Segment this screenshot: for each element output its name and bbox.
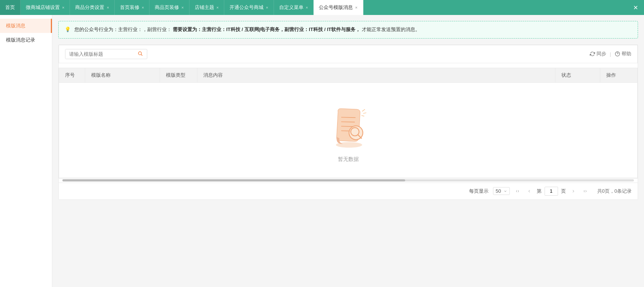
scroll-bar-thumb[interactable] <box>62 179 405 181</box>
notice-banner: 💡 您的公众号行业为：主营行业：，副营行业： 需要设置为：主营行业：IT科技 /… <box>58 21 638 39</box>
per-page-value: 50 <box>496 188 501 194</box>
tab-micro-store[interactable]: 微商城店铺设置 × <box>21 0 70 15</box>
toolbar-right: 同步 | 帮助 <box>590 51 631 57</box>
help-icon <box>615 51 620 57</box>
content-area: 💡 您的公众号行业为：主营行业：，副营行业： 需要设置为：主营行业：IT科技 /… <box>52 15 644 287</box>
tab-template-msg[interactable]: 公众号模版消息 × <box>314 0 363 15</box>
svg-line-11 <box>362 109 364 112</box>
svg-line-12 <box>363 113 366 113</box>
refresh-icon <box>590 51 595 57</box>
search-row: 同步 | 帮助 <box>59 45 638 63</box>
svg-line-5 <box>341 122 354 122</box>
global-close-button[interactable]: ✕ <box>627 4 644 11</box>
total-info: 共0页，0条记录 <box>597 188 632 195</box>
close-tab-home-decor[interactable]: × <box>142 5 144 10</box>
sidebar: 模版消息 模版消息记录 <box>0 15 52 287</box>
data-table: 序号 模版名称 模版类型 消息内容 状态 <box>59 68 638 178</box>
toolbar-divider: | <box>610 51 611 57</box>
main-layout: 模版消息 模版消息记录 💡 您的公众号行业为：主营行业：，副营行业： 需要设置为… <box>0 15 644 287</box>
page-label: 第 <box>537 188 542 195</box>
tab-home[interactable]: 首页 <box>0 0 21 15</box>
close-tab-custom-menu[interactable]: × <box>306 5 308 10</box>
close-tab-product-decor[interactable]: × <box>181 5 184 10</box>
next-page-icon <box>571 189 576 193</box>
close-tab-store-theme[interactable]: × <box>216 5 219 10</box>
col-content: 消息内容 <box>197 68 555 82</box>
notice-icon: 💡 <box>65 27 71 32</box>
notice-text-highlight: 需要设置为：主营行业：IT科技 / 互联网|电子商务，副营行业：IT科技 / I… <box>173 27 360 32</box>
last-page-icon <box>583 189 588 193</box>
prev-page-button[interactable] <box>525 187 534 196</box>
close-tab-micro-store[interactable]: × <box>62 5 64 10</box>
tab-home-decor[interactable]: 首页装修 × <box>115 0 150 15</box>
scroll-bar-row <box>59 178 638 183</box>
sync-button[interactable]: 同步 <box>590 51 606 57</box>
chevron-down-icon <box>503 189 507 193</box>
search-input-wrap <box>65 49 147 59</box>
sync-label: 同步 <box>597 51 606 57</box>
svg-line-13 <box>361 115 364 116</box>
per-page-label: 每页显示 <box>469 188 489 195</box>
empty-state: 暂无数据 <box>59 83 637 178</box>
tab-product-category[interactable]: 商品分类设置 × <box>70 0 114 15</box>
per-page-select[interactable]: 50 <box>493 187 509 195</box>
empty-illustration <box>326 105 371 150</box>
svg-point-0 <box>138 52 141 55</box>
close-tab-template-msg[interactable]: × <box>355 5 357 10</box>
col-status: 状态 <box>555 68 600 82</box>
prev-page-icon <box>527 189 531 193</box>
first-page-button[interactable] <box>513 187 522 196</box>
close-tab-open-store[interactable]: × <box>266 5 268 10</box>
search-button[interactable] <box>135 51 146 57</box>
page-suffix: 页 <box>561 188 566 195</box>
svg-line-6 <box>341 126 353 126</box>
top-nav: 首页 微商城店铺设置 × 商品分类设置 × 首页装修 × 商品页装修 × 店铺主… <box>0 0 644 15</box>
search-input[interactable] <box>65 49 135 59</box>
help-label: 帮助 <box>622 51 631 57</box>
col-type: 模版类型 <box>160 68 197 82</box>
tab-open-store[interactable]: 开通公众号商城 × <box>224 0 274 15</box>
next-page-button[interactable] <box>569 187 578 196</box>
notice-text-after: 才能正常发送预置的消息。 <box>362 27 420 32</box>
tab-custom-menu[interactable]: 自定义菜单 × <box>274 0 314 15</box>
pagination-row: 每页显示 50 第 <box>59 183 638 199</box>
empty-text: 暂无数据 <box>338 156 359 163</box>
close-tab-product-category[interactable]: × <box>107 5 109 10</box>
help-button[interactable]: 帮助 <box>615 51 631 57</box>
page-input[interactable] <box>545 187 558 196</box>
svg-line-1 <box>141 54 142 55</box>
notice-text-before: 您的公众号行业为：主营行业：，副营行业： <box>74 27 172 32</box>
col-name: 模版名称 <box>85 68 160 82</box>
search-icon <box>138 51 143 56</box>
sidebar-item-template-msg[interactable]: 模版消息 <box>0 19 52 33</box>
scroll-bar-track[interactable] <box>62 179 634 181</box>
svg-line-4 <box>341 117 355 117</box>
first-page-icon <box>515 189 520 193</box>
tab-product-decor[interactable]: 商品页装修 × <box>150 0 189 15</box>
col-seq: 序号 <box>59 68 85 82</box>
last-page-button[interactable] <box>581 187 590 196</box>
col-actions: 操作 <box>600 68 638 82</box>
tab-store-theme[interactable]: 店铺主题 × <box>189 0 224 15</box>
sidebar-item-template-record[interactable]: 模版消息记录 <box>0 33 52 47</box>
